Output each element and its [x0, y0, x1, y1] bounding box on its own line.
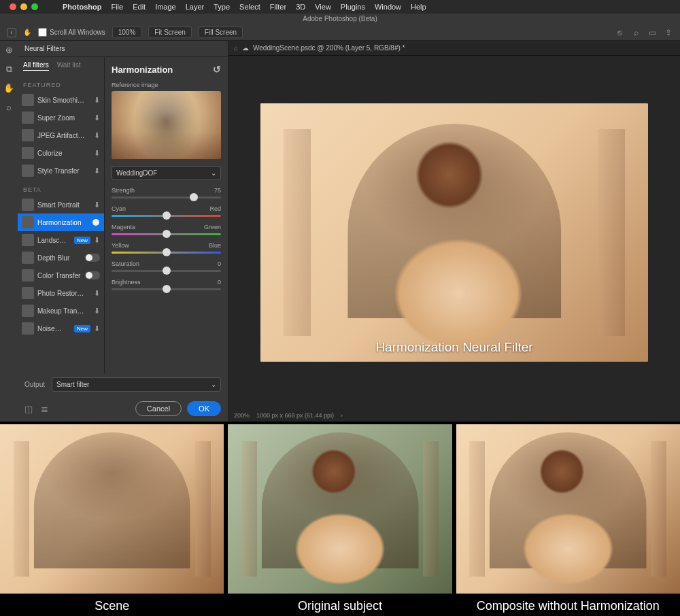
- slider-track[interactable]: [112, 196, 221, 199]
- app-menu[interactable]: Photoshop: [63, 3, 101, 11]
- status-zoom[interactable]: 200%: [234, 412, 250, 419]
- document-tab[interactable]: WeddingScene.psdc @ 200% (Layer 5, RGB/8…: [253, 44, 405, 52]
- layers-icon[interactable]: ≣: [41, 404, 48, 414]
- chevron-down-icon: ⌄: [211, 169, 216, 177]
- download-icon[interactable]: ⬇: [94, 307, 100, 315]
- filter-landsc-[interactable]: Landsc…New⬇: [18, 231, 104, 249]
- share-icon[interactable]: ⇪: [664, 28, 673, 37]
- back-button[interactable]: ‹: [7, 28, 16, 37]
- layer-dropdown-value: WeddingDOF: [116, 169, 157, 177]
- download-icon[interactable]: ⬇: [94, 236, 100, 245]
- slider-track[interactable]: [112, 288, 221, 290]
- filter-colorize[interactable]: Colorize⬇: [18, 144, 104, 162]
- menu-type[interactable]: Type: [214, 3, 230, 11]
- output-label: Output: [24, 381, 45, 388]
- filter-toggle[interactable]: [85, 218, 100, 226]
- reference-thumbnail[interactable]: [112, 91, 221, 159]
- zoom-tool-icon[interactable]: ⌕: [3, 102, 15, 114]
- hand-tool-icon[interactable]: ✋: [3, 83, 15, 95]
- search-icon[interactable]: ⌕: [631, 28, 641, 37]
- slider-knob[interactable]: [163, 267, 171, 275]
- filter-makeup-tran-[interactable]: Makeup Tran…⬇: [18, 302, 104, 320]
- zoom-value[interactable]: 100%: [112, 27, 142, 38]
- ok-button[interactable]: OK: [187, 401, 221, 416]
- tab-wait-list[interactable]: Wait list: [57, 61, 81, 71]
- filter-depth-blur[interactable]: Depth Blur: [18, 249, 104, 267]
- download-icon[interactable]: ⬇: [94, 131, 100, 140]
- scroll-all-checkbox[interactable]: [38, 28, 47, 37]
- new-badge: New: [74, 325, 90, 332]
- hand-tool-icon[interactable]: ✋: [23, 29, 31, 36]
- menu-select[interactable]: Select: [239, 3, 260, 11]
- download-icon[interactable]: ⬇: [94, 201, 100, 209]
- add-tool-icon[interactable]: ⊕: [3, 45, 15, 57]
- menu-plugins[interactable]: Plugins: [341, 3, 365, 11]
- download-icon[interactable]: ⬇: [94, 114, 100, 122]
- fit-screen-button[interactable]: Fit Screen: [148, 27, 192, 38]
- slider-knob[interactable]: [163, 285, 171, 293]
- filter-photo-restor-[interactable]: Photo Restor…⬇: [18, 284, 104, 302]
- output-dropdown[interactable]: Smart filter⌄: [52, 377, 221, 392]
- menu-view[interactable]: View: [315, 3, 331, 11]
- menu-layer[interactable]: Layer: [186, 3, 205, 11]
- filter-thumb-icon: [22, 199, 34, 211]
- slider-track[interactable]: [112, 233, 221, 235]
- compare-icon[interactable]: ◫: [24, 404, 33, 414]
- filter-harmonization[interactable]: Harmonization: [18, 213, 104, 231]
- slider-brightness: Brightness0: [112, 279, 221, 290]
- tab-all-filters[interactable]: All filters: [23, 61, 49, 71]
- slider-label: Magenta: [112, 224, 135, 230]
- status-chevron-icon[interactable]: ›: [341, 412, 343, 419]
- filter-label: Harmonization: [37, 219, 82, 226]
- slider-strength: Strength75: [112, 187, 221, 199]
- home-icon[interactable]: ⌂: [234, 44, 238, 52]
- maximize-window[interactable]: [31, 3, 38, 10]
- download-icon[interactable]: ⬇: [94, 167, 100, 175]
- filter-noise-[interactable]: Noise…New⬇: [18, 320, 104, 337]
- menu-help[interactable]: Help: [411, 3, 426, 11]
- menu-filter[interactable]: Filter: [270, 3, 286, 11]
- slider-label: Cyan: [112, 205, 126, 212]
- download-icon[interactable]: ⬇: [94, 149, 100, 158]
- menu-edit[interactable]: Edit: [133, 3, 146, 11]
- slider-track[interactable]: [112, 215, 221, 217]
- filter-skin-smoothi-[interactable]: Skin Smoothi…⬇: [18, 91, 104, 109]
- minimize-window[interactable]: [20, 3, 27, 10]
- slider-knob[interactable]: [163, 230, 171, 238]
- filter-super-zoom[interactable]: Super Zoom⬇: [18, 109, 104, 126]
- filter-style-transfer[interactable]: Style Transfer⬇: [18, 162, 104, 179]
- slider-track[interactable]: [112, 270, 221, 272]
- close-window[interactable]: [10, 3, 16, 10]
- menu-image[interactable]: Image: [155, 3, 176, 11]
- download-icon[interactable]: ⬇: [94, 289, 100, 298]
- filter-thumb-icon: [22, 269, 34, 281]
- menu-window[interactable]: Window: [375, 3, 401, 11]
- filter-smart-portrait[interactable]: Smart Portrait⬇: [18, 196, 104, 213]
- reset-icon[interactable]: ↺: [213, 64, 221, 75]
- workspace-icon[interactable]: ▭: [647, 28, 657, 37]
- slider-track[interactable]: [112, 252, 221, 254]
- cancel-button[interactable]: Cancel: [135, 401, 182, 416]
- menu-file[interactable]: File: [111, 3, 123, 11]
- layer-dropdown[interactable]: WeddingDOF⌄: [112, 166, 221, 180]
- filter-toggle[interactable]: [85, 271, 100, 279]
- filter-label: Depth Blur: [37, 254, 82, 262]
- compare-orig: Original subject: [228, 424, 452, 616]
- slider-knob[interactable]: [163, 248, 171, 256]
- filter-thumb-icon: [22, 147, 34, 159]
- panel-tab[interactable]: Neural Filters: [18, 41, 228, 57]
- filter-toggle[interactable]: [85, 254, 100, 262]
- filter-color-transfer[interactable]: Color Transfer: [18, 267, 104, 284]
- fill-screen-button[interactable]: Fill Screen: [199, 27, 243, 38]
- slider-knob[interactable]: [163, 211, 171, 220]
- canvas-preview[interactable]: Harmonization Neural Filter: [260, 103, 648, 362]
- window-title: Adobe Photoshop (Beta): [0, 14, 680, 24]
- download-icon[interactable]: ⬇: [94, 96, 100, 105]
- slider-knob[interactable]: [190, 193, 198, 201]
- cloud-icon[interactable]: ⎋: [615, 28, 624, 37]
- menu-3d[interactable]: 3D: [296, 3, 305, 11]
- crop-tool-icon[interactable]: ⧉: [3, 64, 15, 76]
- section-featured: FEATURED: [18, 75, 104, 91]
- filter-jpeg-artifact-[interactable]: JPEG Artifact…⬇: [18, 126, 104, 144]
- download-icon[interactable]: ⬇: [94, 324, 100, 333]
